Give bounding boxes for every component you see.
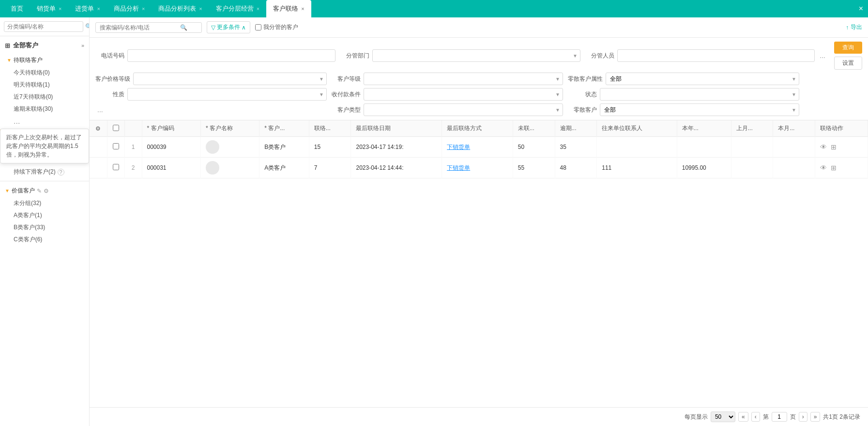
nature-select[interactable] [127,88,327,101]
col-settings-header[interactable]: ⚙ [90,120,107,137]
col-this-year-header[interactable]: 本年... [677,120,731,137]
close-all-button[interactable]: × [859,4,863,13]
status-select[interactable] [600,88,799,101]
query-button[interactable]: 查询 [834,42,862,54]
row2-overdue: 48 [555,158,597,178]
row2-select-checkbox[interactable] [113,164,119,170]
close-analysis-icon[interactable]: × [142,6,145,12]
value-settings-icon[interactable]: ⚙ [44,188,49,194]
col-action-header[interactable]: 联络动作 [815,120,868,137]
sidebar-item-class-a[interactable]: A类客户(1) [0,209,89,221]
sidebar-item-today[interactable]: 今天待联络(0) [0,67,89,79]
col-contact-header[interactable]: 联络... [309,120,351,137]
sidebar-all-customers-header[interactable]: ⊞ 全部客户 » [0,38,89,53]
nav-item-customer-contact[interactable]: 客户联络 × [266,0,311,17]
sidebar-search-input[interactable] [4,21,83,32]
row2-checkbox [107,158,124,178]
dept-select-wrap: ▼ [372,49,580,62]
close-purchase-icon[interactable]: × [97,6,100,12]
row1-edit-icon[interactable]: ⊞ [831,143,837,151]
close-analysis-list-icon[interactable]: × [199,6,202,12]
close-customer-tier-icon[interactable]: × [257,6,259,12]
more-conditions-button[interactable]: ▽ 更多条件 ∧ [207,21,250,33]
col-last-contact-method-header[interactable]: 最后联络方式 [442,120,513,137]
pending-section-title[interactable]: ▼ 待联络客户 [0,54,89,67]
first-page-button[interactable]: « [738,412,748,422]
phone-input[interactable] [127,49,335,62]
filter-search-icon[interactable]: 🔍 [180,24,187,31]
col-type-header[interactable]: * 客户... [259,120,309,137]
search-input[interactable] [100,24,177,31]
sidebar-item-tomorrow[interactable]: 明天待联络(1) [0,79,89,91]
col-last-month-header[interactable]: 上月... [731,120,773,137]
page-suffix-label: 页 [790,413,796,421]
row2-settings [90,158,107,178]
sidebar-item-class-b[interactable]: B类客户(33) [0,221,89,234]
retail-attr-select[interactable]: 全部 [606,73,799,85]
row2-last-method[interactable]: 下销货单 [442,158,513,178]
col-checkbox-header [107,120,124,137]
prev-page-button[interactable]: ‹ [751,412,760,422]
row2-edit-icon[interactable]: ⊞ [831,164,837,172]
sidebar-item-class-c[interactable]: C类客户(6) [0,234,89,246]
price-level-field: 客户价格等级 ▼ [95,73,327,85]
sidebar-collapse-btn[interactable]: » [81,43,84,48]
sidebar-dots[interactable]: ... [0,115,89,128]
my-customers-checkbox[interactable] [255,24,261,30]
sidebar-item-overdue[interactable]: 逾期未联络(30) [0,103,89,115]
row1-last-method[interactable]: 下销货单 [442,137,513,158]
sidebar-item-7days[interactable]: 近7天待联络(0) [0,91,89,103]
value-section-title[interactable]: ▼ 价值客户 ✎ ⚙ [0,184,89,197]
nav-item-purchase[interactable]: 进货单 × [68,0,107,17]
export-icon: ↑ [846,24,849,31]
col-this-month-header[interactable]: 本月... [773,120,815,137]
select-all-checkbox[interactable] [113,125,119,131]
nav-item-customer-tier[interactable]: 客户分层经营 × [209,0,266,17]
settings-button[interactable]: 设置 [834,57,862,70]
row1-view-icon[interactable]: 👁 [820,143,827,151]
row2-type: A类客户 [259,158,309,178]
sidebar-search-icon[interactable]: 🔍 [85,23,90,30]
nav-item-home[interactable]: 首页 [4,0,30,17]
payment-select[interactable] [364,88,563,101]
last-page-button[interactable]: » [810,412,821,422]
customer-level-select[interactable] [364,73,563,85]
col-partner-contact-header[interactable]: 往来单位联系人 [597,120,677,137]
total-label: 共1页 2条记录 [823,413,860,421]
manager-dots-btn[interactable]: ... [820,52,825,59]
customer-type-select[interactable] [364,103,563,116]
sidebar-item-unclassified[interactable]: 未分组(32) [0,197,89,209]
row2-view-icon[interactable]: 👁 [820,164,827,172]
per-page-label: 每页显示 [685,413,708,421]
filter-bar: 🔍 ▽ 更多条件 ∧ 我分管的客户 ↑ 导出 [90,17,868,38]
extra-dots-btn[interactable]: ... [97,106,103,114]
col-last-contact-date-header[interactable]: 最后联络日期 [351,120,442,137]
close-customer-contact-icon[interactable]: × [301,6,304,12]
row1-this-year [677,137,731,158]
value-section: ▼ 价值客户 ✎ ⚙ 未分组(32) A类客户(1) B类客户(33) C类客户… [0,183,89,247]
retail-customer-select[interactable]: 全部 [600,103,799,116]
export-button[interactable]: ↑ 导出 [846,23,862,31]
customer-level-field: 客户等级 ▼ [332,73,563,85]
manager-input[interactable] [617,49,815,62]
row1-select-checkbox[interactable] [113,143,119,149]
nav-item-analysis[interactable]: 商品分析 × [107,0,152,17]
value-edit-icon[interactable]: ✎ [37,188,42,194]
next-page-button[interactable]: › [799,412,807,422]
col-not-contact-header[interactable]: 未联... [513,120,555,137]
nav-item-sales[interactable]: 销货单 × [30,0,68,17]
row1-action: 👁 ⊞ [815,137,868,158]
nav-item-analysis-list[interactable]: 商品分析列表 × [152,0,209,17]
col-name-header[interactable]: * 客户名称 [200,120,259,137]
col-code-header[interactable]: * 客户编码 [142,120,200,137]
sidebar-body: ⊞ 全部客户 » ▼ 待联络客户 今天待联络(0) 明天待联络(1) 近7天待联… [0,36,89,426]
page-input[interactable] [772,412,787,422]
close-sales-icon[interactable]: × [59,6,61,12]
price-level-select[interactable] [133,73,327,85]
col-overdue-header[interactable]: 逾期... [555,120,597,137]
dept-select[interactable] [372,49,580,62]
table-head: ⚙ * 客户编码 * 客户名称 * 客户... [90,120,868,137]
per-page-select[interactable]: 50 10 20 100 [711,411,735,422]
sidebar-item-declining[interactable]: 持续下滑客户(2) ? [0,166,89,178]
row2-code: 000031 [142,158,200,178]
